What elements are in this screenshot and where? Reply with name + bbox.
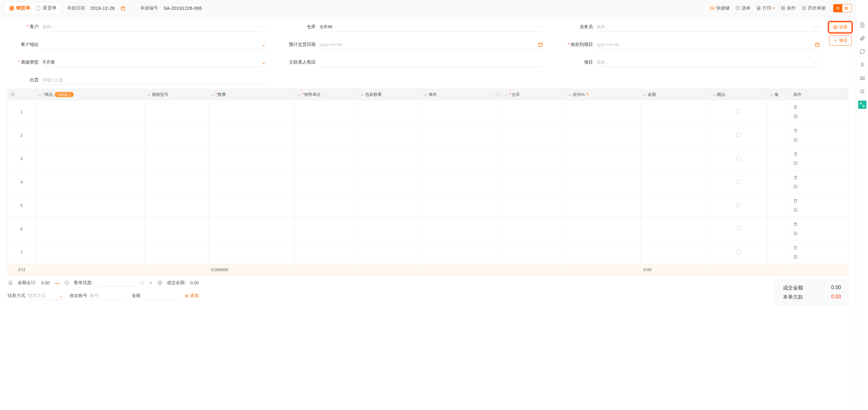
expand-icon[interactable] (858, 101, 866, 109)
col-wh[interactable]: ▴▾*仓库 (502, 89, 566, 100)
view-toggle[interactable] (833, 4, 851, 12)
cell-discount[interactable] (566, 147, 641, 171)
view-detail-icon[interactable] (842, 4, 851, 12)
invoice-select[interactable]: 不开票⌄ (42, 58, 266, 67)
calendar-icon[interactable] (121, 6, 126, 11)
contact-input[interactable] (319, 58, 542, 67)
cell-note[interactable] (767, 147, 790, 171)
settle-select[interactable]: 结算方式⌄ (28, 292, 63, 300)
history-button[interactable]: 历史单据 (802, 5, 826, 11)
checkbox-icon[interactable] (736, 133, 741, 137)
cell-gift[interactable] (710, 171, 767, 194)
cell-note[interactable] (767, 124, 790, 147)
cell-qty[interactable] (208, 241, 295, 264)
cell-gift[interactable] (710, 241, 767, 264)
note-icon[interactable] (858, 21, 866, 29)
print-button[interactable]: 打印 ▾ (756, 5, 775, 11)
add-row-icon[interactable] (793, 231, 845, 236)
cell-gift[interactable] (710, 147, 767, 171)
cell-qty[interactable] (208, 217, 295, 241)
cell-product[interactable] (35, 241, 145, 264)
cell-spec[interactable] (145, 171, 208, 194)
table-row[interactable]: 2 (8, 124, 848, 147)
table-row[interactable]: 4 (8, 171, 848, 194)
cell-gift[interactable] (710, 194, 767, 217)
warehouse-select[interactable]: 仓库99··· (319, 22, 542, 32)
cell-price[interactable] (422, 171, 502, 194)
cell-note[interactable] (767, 194, 790, 217)
cell-unit[interactable] (295, 124, 358, 147)
ops-button[interactable]: 操作 (781, 5, 796, 11)
add-row-icon[interactable] (793, 208, 845, 212)
delete-row-icon[interactable] (793, 222, 845, 227)
delete-row-icon[interactable] (793, 105, 845, 109)
checkbox-icon[interactable] (736, 203, 741, 207)
chevron-down-icon[interactable]: ⌄ (261, 59, 266, 65)
cell-gift[interactable] (710, 217, 767, 241)
add-row-icon[interactable] (793, 161, 845, 166)
more-icon[interactable]: ··· (258, 24, 265, 30)
more-icon[interactable]: ··· (536, 24, 542, 30)
address-select[interactable]: ⌄ (42, 40, 266, 49)
col-qty[interactable]: ▴▾*数量 (208, 89, 295, 100)
edit-icon[interactable]: ✎ (586, 92, 589, 97)
cell-unit[interactable] (295, 147, 358, 171)
cell-unit[interactable] (295, 100, 358, 124)
checkbox-icon[interactable] (736, 179, 741, 184)
cell-product[interactable] (35, 194, 145, 217)
cell-note[interactable] (767, 100, 790, 124)
add-row-icon[interactable] (793, 255, 845, 259)
attachment-icon[interactable] (858, 34, 866, 42)
table-row[interactable]: 1 (8, 100, 848, 124)
cell-product[interactable] (35, 124, 145, 147)
more-icon[interactable]: ··· (813, 59, 819, 66)
cell-wh[interactable] (502, 147, 566, 171)
cell-wh[interactable] (502, 241, 566, 264)
cell-product[interactable] (35, 147, 145, 171)
cell-price[interactable] (422, 217, 502, 241)
project-select[interactable]: 选择...··· (597, 58, 820, 67)
delete-row-icon[interactable] (793, 129, 845, 133)
chevron-down-icon[interactable]: ⌄ (261, 41, 266, 47)
view-list-icon[interactable] (834, 4, 842, 12)
cell-pack[interactable] (358, 100, 422, 124)
cell-wh[interactable] (502, 217, 566, 241)
due-date-input[interactable]: yyyy-mm-dd (597, 40, 820, 49)
cell-discount[interactable] (566, 194, 641, 217)
pick-button[interactable]: 选单 (735, 5, 750, 11)
delete-row-icon[interactable] (793, 245, 845, 250)
table-row[interactable]: 5 (8, 194, 848, 217)
cell-price[interactable] (422, 100, 502, 124)
table-row[interactable]: 3 (8, 147, 848, 171)
add-row-icon[interactable] (793, 184, 845, 189)
col-gift[interactable]: ▴▾赠品 (710, 89, 767, 100)
cell-unit[interactable] (295, 194, 358, 217)
more-icon[interactable]: ··· (813, 24, 819, 30)
shortcut-button[interactable]: 快捷键 (710, 5, 730, 11)
star-icon[interactable] (858, 87, 866, 96)
add-row-icon[interactable] (793, 138, 845, 142)
checkbox-icon[interactable] (736, 156, 741, 160)
calendar-icon[interactable] (815, 42, 820, 47)
cell-discount[interactable] (566, 100, 641, 124)
gear-column[interactable] (8, 89, 35, 100)
cell-wh[interactable] (502, 194, 566, 217)
cell-unit[interactable] (295, 171, 358, 194)
cell-wh[interactable] (502, 100, 566, 124)
table-row[interactable]: 7 (8, 241, 848, 264)
discount-input[interactable] (97, 279, 135, 286)
cell-amount[interactable] (641, 217, 710, 241)
cell-wh[interactable] (502, 124, 566, 147)
cell-spec[interactable] (145, 241, 208, 264)
cell-spec[interactable] (145, 100, 208, 124)
checkbox-icon[interactable] (736, 226, 741, 231)
checkbox-icon[interactable] (736, 250, 741, 254)
cell-amount[interactable] (641, 124, 710, 147)
help-icon[interactable]: ⓘ (495, 92, 499, 97)
help-icon[interactable]: ⓘ (140, 280, 144, 286)
checkbox-icon[interactable] (736, 109, 741, 113)
cell-amount[interactable] (641, 171, 710, 194)
delete-row-icon[interactable] (793, 199, 845, 203)
currency-icon[interactable] (858, 74, 866, 82)
cell-price[interactable] (422, 241, 502, 264)
